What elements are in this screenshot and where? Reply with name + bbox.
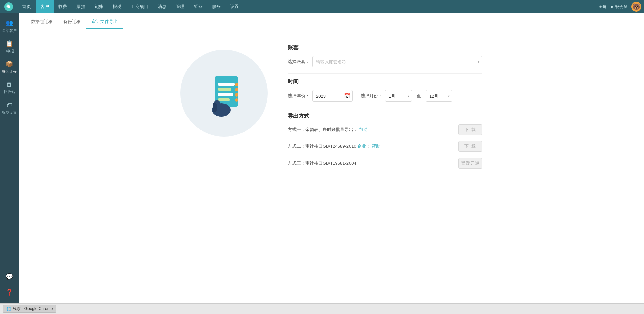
section-divider-2 (288, 108, 482, 108)
nav-tax[interactable]: 报税 (108, 0, 126, 13)
chat-icon: 💬 (6, 273, 13, 280)
sidebar-help-button[interactable]: ❓ (0, 285, 19, 299)
migration-icon: 📦 (6, 60, 13, 68)
nav-fee[interactable]: 收费 (54, 0, 72, 13)
method3-open-button[interactable]: 暂缓开通 (458, 158, 482, 169)
member-button[interactable]: ▶ 畅会员 (611, 4, 627, 10)
time-row: 选择年份： 📅 选择月份： 1月2月3月4月 5月6月7月8月 9月10月11月… (288, 90, 482, 102)
export-container: 账套 选择账套： ▾ 时间 选择年份： (180, 43, 482, 175)
nav-bookkeeping[interactable]: 记账 (90, 0, 108, 13)
svg-rect-4 (218, 88, 231, 91)
nav-business[interactable]: 工商项目 (126, 0, 153, 13)
tabs-bar: 数据包迁移 备份迁移 审计文件导出 (19, 13, 644, 29)
app-logo (3, 1, 15, 13)
user-avatar[interactable]: 🐻 (631, 2, 641, 12)
start-month-select[interactable]: 1月2月3月4月 5月6月7月8月 9月10月11月12月 (385, 90, 412, 102)
year-label: 选择年份： (288, 93, 310, 99)
top-right-actions: ⛶ 全屏 ▶ 畅会员 🐻 (593, 2, 641, 12)
method3-label: 方式三：审计接口GB/T19581-2004 (288, 160, 458, 166)
nav-invoice[interactable]: 票据 (72, 0, 90, 13)
end-month-select-wrap: 1月2月3月4月 5月6月7月8月 9月10月11月 12月 ▾ (426, 90, 452, 102)
sidebar-bottom-actions: 💬 ❓ (0, 270, 19, 303)
sidebar-item-zero-declare[interactable]: 📋 0申报 (0, 37, 19, 57)
sidebar-item-recycle[interactable]: 🗑 回收站 (0, 77, 19, 98)
section-divider-1 (288, 73, 482, 74)
sidebar-chat-button[interactable]: 💬 (0, 270, 19, 284)
tab-audit-export[interactable]: 审计文件导出 (86, 15, 123, 29)
illustration (180, 50, 268, 137)
svg-point-8 (235, 88, 238, 91)
account-input-wrap: ▾ (312, 56, 482, 67)
svg-point-1 (7, 5, 10, 8)
sidebar-item-tag-settings[interactable]: 🏷 标签设置 (0, 98, 19, 118)
fullscreen-button[interactable]: ⛶ 全屏 (593, 4, 607, 10)
nav-settings[interactable]: 设置 (225, 0, 244, 13)
account-section-title: 账套 (288, 44, 482, 51)
method1-label: 方式一：余额表、序时账批量导出： 帮助 (288, 127, 458, 133)
sidebar-item-all-clients[interactable]: 👥 全部客户 (0, 16, 19, 37)
nav-client[interactable]: 客户 (36, 0, 54, 13)
method2-enterprise-link[interactable]: 企业 (357, 144, 366, 149)
method3-row: 方式三：审计接口GB/T19581-2004 暂缓开通 (288, 158, 482, 169)
content-area: 数据包迁移 备份迁移 审计文件导出 (19, 13, 644, 303)
chrome-icon: 🌐 (6, 307, 11, 311)
end-month-select[interactable]: 1月2月3月4月 5月6月7月8月 9月10月11月 12月 (426, 90, 452, 102)
main-layout: 👥 全部客户 📋 0申报 📦 账套迁移 🗑 回收站 🏷 标签设置 💬 ❓ (0, 13, 644, 303)
start-month-select-wrap: 1月2月3月4月 5月6月7月8月 9月10月11月12月 ▾ (385, 90, 412, 102)
account-label: 选择账套： (288, 59, 310, 65)
nav-service[interactable]: 服务 (207, 0, 225, 13)
month-label: 选择月份： (361, 93, 382, 99)
all-clients-icon: 👥 (6, 19, 13, 27)
nav-message[interactable]: 消息 (153, 0, 171, 13)
method1-help-link[interactable]: 帮助 (359, 127, 368, 132)
account-row: 选择账套： ▾ (288, 56, 482, 67)
svg-point-7 (235, 83, 238, 86)
tab-backup-migration[interactable]: 备份迁移 (58, 15, 86, 29)
recycle-icon: 🗑 (6, 81, 13, 88)
method1-row: 方式一：余额表、序时账批量导出： 帮助 下 载 (288, 124, 482, 135)
svg-rect-5 (218, 93, 233, 96)
method2-label: 方式二：审计接口GB/T24589-2010 企业： 帮助 (288, 143, 458, 149)
account-input[interactable] (312, 56, 482, 67)
method2-help-link[interactable]: 帮助 (372, 144, 380, 149)
method2-download-button[interactable]: 下 载 (458, 141, 482, 152)
svg-rect-6 (218, 98, 230, 101)
export-section-title: 导出方式 (288, 113, 482, 120)
nav-home[interactable]: 首页 (17, 0, 36, 13)
sidebar-item-migration[interactable]: 📦 账套迁移 (0, 57, 19, 77)
method2-row: 方式二：审计接口GB/T24589-2010 企业： 帮助 下 载 (288, 141, 482, 152)
tag-settings-icon: 🏷 (6, 101, 13, 109)
zero-declare-icon: 📋 (6, 40, 13, 47)
page-content: 账套 选择账套： ▾ 时间 选择年份： (19, 29, 644, 303)
top-navigation: 首页 客户 收费 票据 记账 报税 工商项目 消息 管理 经营 服务 设置 ⛶ … (0, 0, 644, 13)
svg-rect-3 (218, 83, 235, 86)
to-separator: 至 (417, 93, 421, 99)
nav-menu: 首页 客户 收费 票据 记账 报税 工商项目 消息 管理 经营 服务 设置 (17, 0, 593, 13)
tab-data-migration[interactable]: 数据包迁移 (25, 15, 58, 29)
time-section-title: 时间 (288, 78, 482, 85)
svg-rect-13 (213, 103, 217, 112)
svg-point-9 (235, 93, 238, 97)
nav-manage[interactable]: 管理 (171, 0, 189, 13)
taskbar-chrome-item[interactable]: 🌐 线索 - Google Chrome (3, 305, 56, 313)
year-select-wrap: 📅 (312, 90, 353, 102)
form-area: 账套 选择账套： ▾ 时间 选择年份： (288, 43, 482, 175)
sidebar: 👥 全部客户 📋 0申报 📦 账套迁移 🗑 回收站 🏷 标签设置 💬 ❓ (0, 13, 19, 303)
taskbar: 🌐 线索 - Google Chrome (0, 303, 644, 314)
help-icon: ❓ (6, 289, 13, 296)
nav-operation[interactable]: 经营 (189, 0, 207, 13)
year-input[interactable] (312, 90, 353, 102)
svg-point-10 (235, 98, 238, 102)
method1-download-button[interactable]: 下 载 (458, 124, 482, 135)
